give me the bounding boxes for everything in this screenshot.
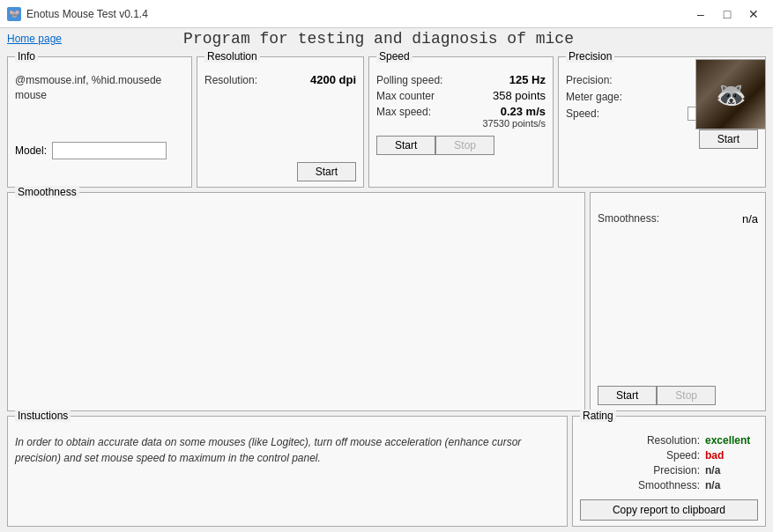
resolution-row: Resolution: 4200 dpi (204, 73, 356, 86)
smoothness-panel-title: Smoothness (15, 186, 79, 198)
speed-start-button[interactable]: Start (376, 136, 435, 155)
info-panel-title: Info (15, 50, 38, 63)
model-input[interactable] (52, 142, 167, 159)
top-panels-row: Info @msmouse.inf, %hid.mousede mouse Mo… (7, 56, 766, 188)
app-icon: 🐭 (7, 7, 21, 21)
max-counter-label: Max counter (376, 90, 435, 102)
polling-row: Polling speed: 125 Hz (376, 73, 546, 86)
device-text-line2: mouse (15, 89, 47, 101)
info-panel: Info @msmouse.inf, %hid.mousede mouse Mo… (7, 56, 192, 188)
rating-speed-value: bad (705, 449, 758, 462)
rating-panel-title: Rating (580, 410, 616, 422)
resolution-label: Resolution: (204, 74, 257, 86)
max-speed-row: Max speed: 0.23 m/s 37530 points/s (376, 105, 546, 129)
bottom-section: Instuctions In order to obtain accurate … (7, 416, 766, 527)
minimize-button[interactable]: – (688, 4, 713, 24)
rating-precision-value: n/a (705, 464, 758, 477)
speed-stop-button[interactable]: Stop (435, 136, 494, 155)
title-bar-text: Enotus Mouse Test v0.1.4 (26, 8, 688, 20)
homepage-link[interactable]: Home page (7, 33, 62, 45)
rating-speed-label: Speed: (666, 449, 700, 462)
header-row: Home page Program for testing and diagno… (0, 28, 773, 51)
app-content: Info @msmouse.inf, %hid.mousede mouse Mo… (0, 51, 773, 532)
title-bar-controls: – □ ✕ (688, 4, 766, 24)
speed-panel: Speed Polling speed: 125 Hz Max counter … (368, 56, 554, 188)
info-content: @msmouse.inf, %hid.mousede mouse Model: (15, 73, 184, 159)
precision-button-row: Start (566, 129, 758, 149)
smoothness-value-row: Smoothness: n/a (598, 212, 758, 225)
maximize-button[interactable]: □ (715, 4, 740, 24)
rating-resolution-label: Resolution: (647, 434, 700, 447)
meter-label: Meter gage: (566, 91, 622, 103)
app-title: Program for testing and diagnosis of mic… (62, 30, 695, 48)
rating-speed-row: Speed: bad (580, 449, 758, 462)
rating-resolution-row: Resolution: excellent (580, 434, 758, 447)
rating-precision-label: Precision: (653, 464, 700, 477)
prec-speed-label: Speed: (566, 107, 599, 120)
smoothness-section: Smoothness Smoothness: n/a Start Stop (7, 192, 766, 411)
max-speed-value: 0.23 m/s (482, 105, 546, 118)
rating-precision-row: Precision: n/a (580, 464, 758, 477)
resolution-start-button[interactable]: Start (297, 162, 356, 181)
device-info: @msmouse.inf, %hid.mousede mouse (15, 73, 184, 103)
model-row: Model: (15, 142, 184, 159)
precision-panel-title: Precision (566, 50, 614, 63)
max-speed-sub: 37530 points/s (482, 118, 546, 129)
speed-panel-title: Speed (376, 50, 413, 63)
close-button[interactable]: ✕ (741, 4, 766, 24)
instructions-text: In order to obtain accurate data on some… (15, 434, 560, 466)
speed-content: Polling speed: 125 Hz Max counter 358 po… (376, 73, 546, 155)
copy-report-button[interactable]: Copy report to clipboard (580, 499, 758, 521)
resolution-content: Resolution: 4200 dpi Start (204, 73, 356, 181)
rating-content: Resolution: excellent Speed: bad Precisi… (580, 434, 758, 521)
rating-smoothness-label: Smoothness: (638, 479, 700, 491)
model-label: Model: (15, 144, 47, 157)
smoothness-start-button[interactable]: Start (598, 386, 657, 405)
resolution-button-row: Start (204, 162, 356, 181)
precision-label: Precision: (566, 74, 613, 86)
resolution-panel-title: Resolution (204, 50, 260, 63)
speed-buttons: Start Stop (376, 136, 546, 155)
max-counter-row: Max counter 358 points (376, 89, 546, 102)
raccoon-image: 🦝 (695, 59, 766, 129)
smoothness-draw-area (15, 203, 577, 405)
instructions-panel: Instuctions In order to obtain accurate … (7, 416, 568, 527)
smoothness-buttons: Start Stop (598, 386, 758, 405)
max-speed-label: Max speed: (376, 106, 431, 118)
max-counter-value: 358 points (493, 89, 546, 102)
smoothness-label: Smoothness: (598, 212, 659, 225)
smoothness-stop-button[interactable]: Stop (657, 386, 716, 405)
title-bar: 🐭 Enotus Mouse Test v0.1.4 – □ ✕ (0, 0, 773, 28)
resolution-value: 4200 dpi (310, 73, 356, 86)
precision-start-button[interactable]: Start (699, 129, 758, 149)
polling-label: Polling speed: (376, 74, 442, 86)
rating-smoothness-value: n/a (705, 479, 758, 491)
rating-smoothness-row: Smoothness: n/a (580, 479, 758, 491)
smoothness-panel: Smoothness (7, 192, 585, 411)
instructions-panel-title: Instuctions (15, 410, 71, 422)
device-text-line1: @msmouse.inf, %hid.mousede (15, 74, 161, 86)
rating-resolution-value: excellent (705, 434, 758, 447)
resolution-panel: Resolution Resolution: 4200 dpi Start (197, 56, 364, 188)
smoothness-right-panel: Smoothness: n/a Start Stop (590, 192, 766, 411)
polling-value: 125 Hz (509, 73, 546, 86)
smoothness-value: n/a (742, 212, 758, 225)
rating-panel: Rating Resolution: excellent Speed: bad … (572, 416, 766, 527)
